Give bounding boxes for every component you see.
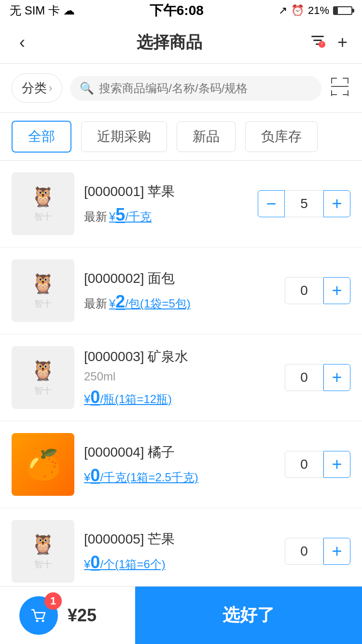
product-info: [0000001] 苹果 最新 ¥ 5 /千克 — [84, 182, 248, 225]
product-name: [0000004] 橘子 — [84, 443, 275, 462]
cart-icon-button[interactable]: 1 — [19, 596, 58, 635]
list-item: 🦉 智十 [0000002] 面包 最新 ¥ 2 /包(1袋=5包) + — [0, 248, 362, 334]
cart-section: 1 ¥25 — [0, 596, 135, 635]
category-label: 分类 — [22, 80, 47, 97]
product-info: [0000003] 矿泉水 250ml ¥ 0 /瓶(1箱=12瓶) — [84, 348, 275, 407]
price-amount: 2 — [115, 292, 125, 312]
product-image: 🦉 智十 — [12, 172, 74, 235]
filter-icon[interactable]: ! — [309, 32, 326, 53]
quantity-control: + — [285, 364, 350, 391]
price-amount: 5 — [115, 205, 125, 225]
product-spec: 250ml — [84, 370, 275, 383]
brand-text: 智十 — [34, 298, 52, 309]
price-label: 最新 — [84, 296, 107, 311]
product-image: 🍊 — [12, 433, 74, 496]
decrease-button[interactable]: − — [258, 190, 285, 217]
status-left: 无 SIM 卡 ☁ — [10, 3, 75, 18]
tab-bar: 全部 近期采购 新品 负库存 — [0, 113, 362, 161]
quantity-input[interactable] — [285, 190, 323, 217]
alarm-icon: ⏰ — [291, 4, 304, 17]
list-item: 🦉 智十 [0000003] 矿泉水 250ml ¥ 0 /瓶(1箱=12瓶) … — [0, 335, 362, 420]
category-button[interactable]: 分类 › — [12, 73, 62, 103]
tab-negative[interactable]: 负库存 — [245, 121, 318, 152]
status-bar: 无 SIM 卡 ☁ 下午6:08 ↗ ⏰ 21% — [0, 0, 362, 21]
nav-actions: ! + — [309, 32, 348, 53]
owl-icon: 🦉 — [31, 533, 55, 556]
product-image: 🦉 智十 — [12, 259, 74, 322]
quantity-control: − + — [258, 190, 350, 217]
svg-point-15 — [42, 619, 44, 622]
increase-button[interactable]: + — [323, 451, 350, 478]
quantity-control: + — [285, 538, 350, 565]
sim-status: 无 SIM 卡 ☁ — [10, 3, 75, 18]
increase-button[interactable]: + — [323, 538, 350, 565]
svg-rect-1 — [313, 40, 322, 41]
price-yuan: ¥ — [109, 297, 115, 310]
price-yuan: ¥ — [84, 471, 90, 484]
increase-button[interactable]: + — [323, 277, 350, 304]
price-amount: 0 — [90, 465, 100, 486]
owl-icon: 🦉 — [31, 272, 55, 295]
battery-icon — [333, 6, 352, 15]
product-price: ¥ 0 /千克(1箱=2.5千克) — [84, 465, 275, 486]
quantity-input[interactable] — [285, 277, 323, 304]
list-item: 🦉 智十 [0000001] 苹果 最新 ¥ 5 /千克 − + — [0, 161, 362, 247]
svg-rect-13 — [331, 86, 348, 87]
status-right: ↗ ⏰ 21% — [278, 4, 352, 17]
product-info: [0000004] 橘子 ¥ 0 /千克(1箱=2.5千克) — [84, 443, 275, 486]
increase-button[interactable]: + — [323, 364, 350, 391]
bottom-bar: 1 ¥25 选好了 — [0, 586, 362, 644]
increase-button[interactable]: + — [323, 190, 350, 217]
cart-badge: 1 — [44, 592, 62, 610]
svg-rect-6 — [331, 78, 332, 84]
search-icon: 🔍 — [80, 82, 94, 95]
search-input[interactable] — [99, 82, 312, 95]
quantity-control: + — [285, 277, 350, 304]
price-label: 最新 — [84, 209, 107, 224]
back-button[interactable]: ‹ — [14, 28, 30, 57]
brand-text: 智十 — [34, 385, 52, 396]
price-unit: /包(1袋=5包) — [125, 296, 190, 311]
product-price: ¥ 0 /瓶(1箱=12瓶) — [84, 387, 275, 407]
product-list: 🦉 智十 [0000001] 苹果 最新 ¥ 5 /千克 − + 🦉 智十 — [0, 161, 362, 644]
svg-rect-10 — [331, 90, 332, 96]
owl-icon: 🦉 — [31, 359, 55, 382]
status-time: 下午6:08 — [150, 1, 204, 20]
price-amount: 0 — [90, 387, 100, 407]
quantity-input[interactable] — [285, 538, 323, 565]
product-name: [0000005] 芒果 — [84, 530, 275, 548]
confirm-button[interactable]: 选好了 — [135, 587, 362, 644]
battery-percent: 21% — [308, 4, 329, 17]
tab-recent[interactable]: 近期采购 — [81, 121, 167, 152]
brand-text: 智十 — [34, 559, 52, 570]
brand-text: 智十 — [34, 211, 52, 223]
svg-rect-12 — [348, 90, 348, 96]
owl-icon: 🦉 — [31, 185, 55, 208]
svg-rect-0 — [311, 36, 324, 37]
tab-all[interactable]: 全部 — [12, 121, 71, 153]
list-item: 🦉 智十 [0000005] 芒果 ¥ 0 /个(1箱=6个) + — [0, 508, 362, 594]
product-image: 🦉 智十 — [12, 346, 74, 409]
price-amount: 0 — [90, 552, 100, 573]
scan-icon[interactable] — [329, 76, 350, 101]
svg-text:!: ! — [321, 42, 323, 47]
price-unit: /个(1箱=6个) — [100, 557, 165, 572]
product-name: [0000003] 矿泉水 — [84, 348, 275, 366]
page-title: 选择商品 — [137, 31, 202, 54]
price-yuan: ¥ — [84, 558, 90, 571]
list-item: 🍊 [0000004] 橘子 ¥ 0 /千克(1箱=2.5千克) + — [0, 421, 362, 507]
quantity-input[interactable] — [285, 364, 323, 391]
search-input-wrap: 🔍 — [70, 76, 321, 101]
tab-new[interactable]: 新品 — [177, 121, 236, 152]
svg-point-14 — [36, 619, 39, 622]
location-icon: ↗ — [278, 4, 287, 17]
chevron-icon: › — [49, 82, 52, 95]
quantity-input[interactable] — [285, 451, 323, 478]
product-name: [0000001] 苹果 — [84, 182, 248, 201]
nav-bar: ‹ 选择商品 ! + — [0, 21, 362, 64]
product-price: 最新 ¥ 5 /千克 — [84, 205, 248, 225]
svg-rect-8 — [348, 78, 348, 84]
add-icon[interactable]: + — [337, 32, 348, 53]
product-price: ¥ 0 /个(1箱=6个) — [84, 552, 275, 573]
search-bar: 分类 › 🔍 — [0, 64, 362, 113]
